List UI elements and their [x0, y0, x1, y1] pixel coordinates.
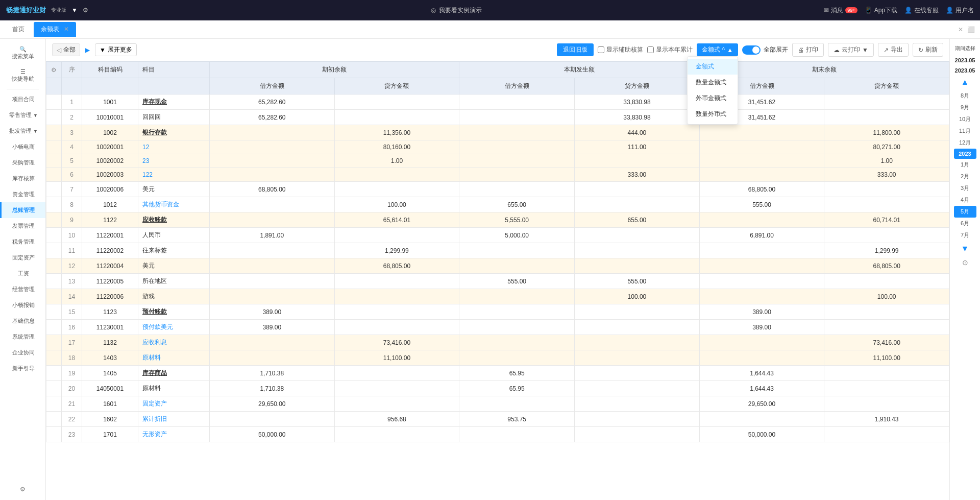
period-month-1[interactable]: 9月 — [954, 102, 976, 113]
period-month-12[interactable]: 7月 — [954, 229, 976, 241]
cell-name-0[interactable]: 库存现金 — [138, 94, 210, 110]
cell-code-21: 1602 — [82, 412, 138, 427]
period-month-0[interactable]: 8月 — [954, 90, 976, 102]
messages-btn[interactable]: ✉ 消息 99+ — [824, 6, 857, 15]
period-month-7[interactable]: 2月 — [954, 171, 976, 182]
period-nav-down[interactable]: ▼ — [960, 243, 970, 254]
cell-name-19: 原材料 — [138, 381, 210, 396]
mode-item-qty-amount[interactable]: 数量金额式 — [688, 75, 738, 90]
period-month-11[interactable]: 6月 — [954, 218, 976, 229]
cell-opening-debit-16 — [210, 335, 335, 350]
cell-name-3[interactable]: 12 — [138, 140, 210, 154]
cell-no-14: 15 — [62, 304, 82, 320]
cell-name-16[interactable]: 应收利息 — [138, 335, 210, 350]
breadcrumb-all[interactable]: ◁ 全部 — [52, 43, 80, 56]
auxiliary-check[interactable] — [598, 46, 604, 53]
cell-name-7[interactable]: 其他货币资金 — [138, 197, 210, 212]
period-month-3[interactable]: 11月 — [954, 125, 976, 137]
cell-name-5[interactable]: 122 — [138, 168, 210, 182]
mode-item-qty-foreign[interactable]: 数量外币式 — [688, 106, 738, 122]
sidebar-item-guide[interactable]: 新手引导 — [0, 361, 45, 376]
period-month-2[interactable]: 10月 — [954, 113, 976, 125]
sidebar-item-sales-report[interactable]: 小畅报销 — [0, 297, 45, 313]
period-month-8[interactable]: 3月 — [954, 182, 976, 194]
period-month-5[interactable]: 2023 — [954, 149, 976, 159]
app-download-btn[interactable]: 📱 App下载 — [865, 6, 897, 15]
sidebar-item-project[interactable]: 项目合同 — [0, 91, 45, 107]
sidebar-item-retail[interactable]: 零售管理 ▼ — [0, 107, 45, 123]
expand-more-btn[interactable]: ▼ 展开更多 — [95, 43, 137, 56]
cell-current-debit-7: 655.00 — [459, 197, 575, 212]
cell-name-17[interactable]: 原材料 — [138, 350, 210, 366]
sidebar-item-purchase[interactable]: 采购管理 — [0, 155, 45, 171]
tab-close-all-icon[interactable]: ✕ — [958, 26, 963, 33]
cell-settings-11 — [46, 258, 62, 274]
tab-close-icon[interactable]: ✕ — [64, 26, 69, 33]
settings-icon[interactable]: ⚙ — [83, 7, 88, 14]
company-dropdown[interactable]: ▼ — [71, 7, 78, 14]
sidebar-item-operations[interactable]: 经营管理 — [0, 281, 45, 297]
expand-all-toggle[interactable]: 全部展开 — [742, 45, 788, 55]
demo-label[interactable]: 我要看实例演示 — [439, 6, 482, 15]
show-auxiliary-checkbox[interactable]: 显示辅助核算 — [598, 45, 643, 54]
cell-opening-credit-10: 1,299.99 — [334, 243, 459, 258]
sidebar-gear-icon[interactable]: ⚙ — [16, 482, 30, 497]
sidebar-item-salary[interactable]: 工资 — [0, 266, 45, 281]
cell-name-4[interactable]: 23 — [138, 154, 210, 168]
cell-settings-1 — [46, 110, 62, 125]
sidebar-item-wholesale[interactable]: 批发管理 ▼ — [0, 123, 45, 139]
cell-name-22[interactable]: 无形资产 — [138, 427, 210, 442]
period-month-9[interactable]: 4月 — [954, 194, 976, 206]
cell-name-15[interactable]: 预付款美元 — [138, 320, 210, 335]
sidebar-item-basic-info[interactable]: 基础信息 — [0, 313, 45, 329]
quick-nav-label: 快捷导航 — [12, 76, 34, 82]
user-btn[interactable]: 👤 用户名 — [946, 6, 974, 15]
cell-opening-credit-21: 956.68 — [334, 412, 459, 427]
sidebar-item-capital[interactable]: 资金管理 — [0, 186, 45, 202]
back-old-btn[interactable]: 退回旧版 — [557, 43, 594, 56]
sidebar-item-assets[interactable]: 固定资产 — [0, 250, 45, 266]
period-month-10[interactable]: 5月 — [954, 206, 976, 218]
sidebar-item-ecommerce[interactable]: 小畅电商 — [0, 139, 45, 155]
cell-no-9: 10 — [62, 228, 82, 243]
sidebar-quick-nav[interactable]: ☰ 快捷导航 — [10, 64, 36, 87]
sidebar-item-inventory[interactable]: 库存核算 — [0, 171, 45, 186]
sidebar-item-ledger[interactable]: 总账管理 — [0, 202, 45, 218]
sidebar-item-invoice[interactable]: 发票管理 — [0, 218, 45, 234]
mode-item-foreign-amount[interactable]: 外币金额式 — [688, 90, 738, 106]
cell-name-20[interactable]: 固定资产 — [138, 396, 210, 412]
cell-current-credit-8: 655.00 — [575, 212, 700, 228]
tab-maximize-icon[interactable]: ⬜ — [967, 26, 975, 33]
sidebar-item-corp[interactable]: 企业协同 — [0, 345, 45, 361]
tab-balance[interactable]: 余额表 ✕ — [34, 22, 76, 37]
mode-btn[interactable]: 金额式 ^ ▲ — [697, 43, 738, 56]
sidebar-item-system[interactable]: 系统管理 — [0, 329, 45, 345]
refresh-btn[interactable]: ↻ 刷新 — [913, 43, 943, 57]
cell-name-8[interactable]: 应收账款 — [138, 212, 210, 228]
show-ytd-checkbox[interactable]: 显示本年累计 — [647, 45, 693, 54]
mode-btn-wrapper: 金额式 ^ ▲ 金额式 数量金额式 外币金额式 数量外币式 — [697, 43, 738, 56]
print-btn[interactable]: 🖨 打印 — [792, 43, 824, 57]
cloud-print-btn[interactable]: ☁ 云打印 ▼ — [828, 43, 874, 57]
ytd-check[interactable] — [647, 46, 654, 53]
toggle-switch-control[interactable] — [742, 45, 761, 55]
cell-name-14[interactable]: 预付账款 — [138, 304, 210, 320]
cell-closing-credit-0 — [824, 94, 949, 110]
period-month-6[interactable]: 1月 — [954, 159, 976, 171]
period-month-4[interactable]: 12月 — [954, 137, 976, 149]
settings-icon[interactable]: ⚙ — [51, 66, 57, 74]
online-service-btn[interactable]: 👤 在线客服 — [904, 6, 939, 15]
cell-name-18[interactable]: 库存商品 — [138, 366, 210, 381]
sidebar-search[interactable]: 🔍 搜索菜单 — [10, 42, 36, 64]
th-settings[interactable]: ⚙ — [46, 62, 62, 78]
mode-item-amount[interactable]: 金额式 — [688, 59, 738, 75]
sidebar-item-tax[interactable]: 税务管理 — [0, 234, 45, 250]
period-nav-up[interactable]: ▲ — [960, 77, 970, 88]
table-row: 3 1002 银行存款 11,356.00 444.00 11,800.00 — [46, 125, 949, 140]
tab-home[interactable]: 首页 — [5, 22, 32, 37]
export-btn[interactable]: ↗ 导出 — [878, 43, 909, 57]
right-panel: 期间选择 2023.05 2023.05 ▲ 8月9月10月11月12月2023… — [949, 39, 980, 500]
period-expand-icon[interactable]: ⊙ — [960, 256, 970, 269]
cell-name-2[interactable]: 银行存款 — [138, 125, 210, 140]
cell-name-21[interactable]: 累计折旧 — [138, 412, 210, 427]
